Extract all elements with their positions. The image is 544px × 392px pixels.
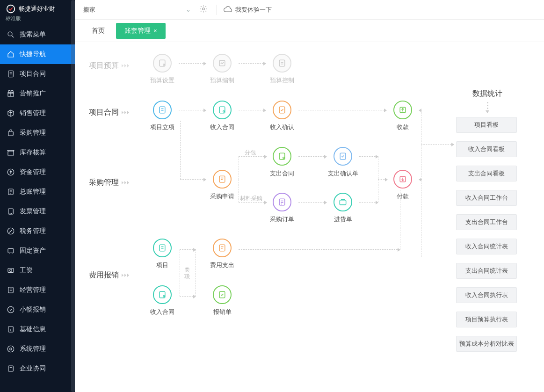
tabs: 首页 账套管理 × (75, 20, 544, 42)
node-income-contract2[interactable]: 收入合同 (146, 285, 179, 316)
node-budget-control[interactable]: 预算控制 (266, 54, 298, 85)
reimb-icon (7, 305, 15, 314)
biz-icon (7, 286, 15, 294)
node-income-confirm[interactable]: 收入确认 (266, 101, 298, 131)
stat-btn-6[interactable]: 支出合同统计表 (456, 263, 517, 279)
row-purchase: 采购管理 (89, 178, 129, 188)
connector (421, 110, 421, 257)
connector (180, 249, 180, 296)
sidebar-item-biz[interactable]: 经营管理 (0, 280, 75, 300)
sidebar-item-collab[interactable]: 企业协同 (0, 359, 75, 378)
stat-btn-1[interactable]: 收入合同看板 (456, 141, 517, 157)
sidebar-item-doc[interactable]: 项目合同 (0, 64, 75, 84)
sidebar-item-gift[interactable]: 营销推广 (0, 84, 75, 103)
connector (180, 249, 196, 250)
svg-point-30 (283, 157, 284, 159)
doc-icon (7, 70, 15, 78)
stat-btn-7[interactable]: 收入合同执行表 (456, 287, 517, 303)
gear-icon[interactable] (197, 3, 210, 16)
sidebar-item-search[interactable]: 搜索菜单 (0, 25, 75, 44)
stat-btn-4[interactable]: 支出合同工作台 (456, 214, 517, 230)
sidebar-item-label: 搜索菜单 (20, 30, 46, 39)
sidebar-item-ledger[interactable]: 总账管理 (0, 182, 75, 202)
sidebar-item-cube[interactable]: 销售管理 (0, 103, 75, 123)
experience-text: 我要体验一下 (235, 6, 272, 14)
sidebar-item-asset[interactable]: 固定资产 (0, 241, 75, 261)
brand: 畅捷通好业财 (0, 0, 75, 15)
node-expend-contract[interactable]: 支出合同 (266, 147, 298, 178)
stat-btn-3[interactable]: 收入合同工作台 (456, 190, 517, 206)
stat-btn-2[interactable]: 支出合同看板 (456, 166, 517, 181)
node-collection[interactable]: 收款 (386, 101, 419, 131)
node-purchase-order[interactable]: 采购订单 (266, 193, 298, 224)
sidebar-item-label: 项目合同 (20, 70, 46, 78)
svg-point-25 (223, 111, 225, 112)
node-expense-out[interactable]: 费用支出 (206, 239, 239, 269)
gift-icon (7, 89, 15, 98)
org-selector-text: 搬家 (83, 6, 95, 14)
sidebar-item-money[interactable]: 资金管理 (0, 162, 75, 182)
tab-home[interactable]: 首页 (83, 23, 113, 39)
sidebar-item-store[interactable]: 库存核算 (0, 143, 75, 162)
sidebar-item-info[interactable]: 基础信息 (0, 319, 75, 339)
sidebar-item-label: 快捷导航 (20, 50, 46, 58)
connector (419, 179, 422, 180)
connector (298, 202, 326, 203)
connector (180, 121, 181, 179)
stat-btn-8[interactable]: 项目预算执行表 (456, 312, 517, 327)
connector (239, 180, 239, 202)
connector (239, 110, 266, 110)
note-material: 材料采购 (240, 195, 262, 203)
note-assoc: 关 联 (184, 267, 190, 280)
connector (419, 110, 422, 110)
sidebar-item-salary[interactable]: 工资 (0, 261, 75, 280)
search-icon (7, 30, 15, 39)
connector (359, 156, 378, 157)
svg-point-18 (203, 8, 205, 10)
ledger-icon (7, 188, 15, 196)
node-expend-confirm[interactable]: 支出确认单 (326, 147, 359, 178)
brand-edition: 标准版 (0, 15, 75, 25)
node-income-contract[interactable]: 收入合同 (206, 101, 239, 131)
sidebar-item-tax[interactable]: 税务管理 (0, 221, 75, 241)
cube-icon (7, 109, 15, 117)
experience-link[interactable]: 我要体验一下 (223, 5, 272, 15)
node-goods-receipt[interactable]: 进货单 (326, 193, 359, 224)
stat-btn-9[interactable]: 预算成本分析对比表 (456, 336, 517, 352)
node-project[interactable]: 项目 (146, 239, 179, 269)
row-contract: 项目合同 (89, 108, 129, 117)
sidebar-item-label: 发票管理 (20, 207, 46, 216)
connector (298, 110, 386, 110)
node-proj-setup[interactable]: 项目立项 (146, 101, 179, 131)
node-budget-compile[interactable]: 预算编制 (206, 54, 239, 85)
sidebar-item-invoice[interactable]: 发票管理 (0, 202, 75, 221)
row-budget: 项目预算 (89, 61, 129, 71)
sidebar-item-reimb[interactable]: 小畅报销 (0, 300, 75, 319)
stat-btn-0[interactable]: 项目看板 (456, 117, 517, 133)
sidebar-item-home[interactable]: 快捷导航 (0, 44, 75, 64)
cloud-icon (223, 5, 232, 15)
tab-account-mgmt[interactable]: 账套管理 × (116, 23, 166, 39)
node-payment[interactable]: 付款 (386, 170, 419, 201)
stat-btn-5[interactable]: 收入合同统计表 (456, 239, 517, 254)
svg-rect-17 (8, 366, 14, 371)
node-reimb-form[interactable]: 报销单 (206, 285, 239, 316)
connector (378, 179, 387, 180)
node-purchase-req[interactable]: 采购申请 (206, 170, 239, 201)
svg-point-15 (10, 348, 12, 350)
dots-down-icon (486, 102, 489, 113)
invoice-icon (7, 207, 15, 216)
connector (239, 156, 239, 180)
collab-icon (7, 364, 15, 373)
svg-rect-36 (219, 245, 225, 251)
svg-point-1 (8, 32, 12, 36)
org-selector[interactable]: 搬家 ⌄ (83, 6, 191, 14)
close-icon[interactable]: × (153, 27, 157, 34)
brand-name: 畅捷通好业财 (19, 5, 55, 13)
svg-point-11 (10, 269, 12, 272)
svg-rect-4 (8, 131, 14, 136)
sidebar-item-bag[interactable]: 采购管理 (0, 123, 75, 143)
node-budget-setup[interactable]: 预算设置 (146, 54, 179, 85)
sidebar-item-sys[interactable]: 系统管理 (0, 339, 75, 359)
svg-rect-12 (8, 287, 14, 293)
